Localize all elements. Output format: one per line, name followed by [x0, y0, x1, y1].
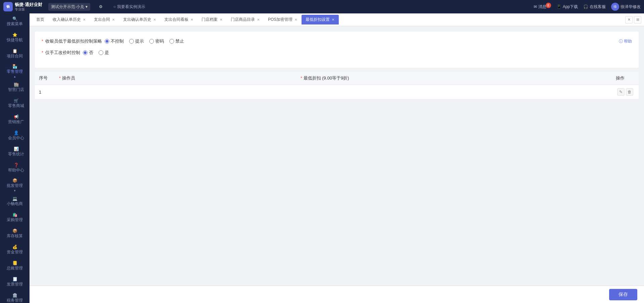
project-selector[interactable]: 测试分开示范·小兑 ▾ [48, 3, 90, 11]
manual-price-no-input[interactable] [83, 50, 88, 55]
marketing-icon: 📢 [14, 114, 19, 119]
tab-home[interactable]: 首页 [32, 15, 49, 24]
chevron-up-icon: ▲ [13, 75, 16, 78]
sidebar-item-quick-nav[interactable]: ⭐ 快捷导航 [0, 30, 30, 46]
tab-payment-board-close[interactable]: ✕ [191, 18, 193, 21]
customer-service-btn[interactable]: 🎧 在线客服 [583, 4, 606, 10]
policy-remind[interactable]: 提示 [129, 38, 144, 44]
tab-payment-board[interactable]: 支出合同看板 ✕ [160, 15, 198, 24]
help-link[interactable]: ⓘ 帮助 [619, 39, 632, 44]
manual-price-yes[interactable]: 是 [99, 50, 109, 56]
tab-payment-confirm-label: 支出确认单历史 [123, 17, 151, 22]
cell-discount[interactable] [297, 85, 612, 99]
policy-password-input[interactable] [149, 39, 154, 44]
sidebar-item-member-center[interactable]: 👤 会员中心 [0, 128, 30, 144]
project-dropdown-icon: ▾ [86, 4, 88, 9]
content-area: 首页 收入确认单历史 ✕ 支出合同 ✕ 支出确认单历史 ✕ 支出合同看板 ✕ 门… [30, 13, 644, 303]
tab-pos-password[interactable]: POS加密管理 ✕ [264, 15, 302, 24]
policy-forbid[interactable]: 禁止 [169, 38, 184, 44]
tab-more-btn[interactable]: ⊞ [634, 16, 641, 23]
sidebar-item-purchase-mgmt[interactable]: 🛍️ 采购管理 [0, 209, 30, 225]
tab-payment-confirm-close[interactable]: ✕ [153, 18, 156, 21]
tax-icon: 🏛️ [12, 293, 17, 298]
sidebar-label-wholesale-mgmt: 批发管理 [7, 183, 23, 189]
tab-income-confirm[interactable]: 收入确认单历史 ✕ [49, 15, 90, 24]
sidebar-item-capital-mgmt[interactable]: 💰 资金管理 [0, 242, 30, 258]
policy-forbid-input[interactable] [169, 39, 174, 44]
tab-income-confirm-close[interactable]: ✕ [83, 18, 86, 21]
sidebar-label-retail-mall: 零售商城 [8, 103, 24, 109]
messages-badge: 8 [546, 3, 551, 8]
customer-service-label: 在线客服 [590, 4, 606, 10]
sidebar-item-help-center[interactable]: ❓ 帮助中心 [0, 160, 30, 176]
edit-icon-btn[interactable]: ✎ [617, 88, 625, 96]
top-bar: 畅 畅捷·通好业财 专业版 测试分开示范·小兑 ▾ ⚙ ○ 我要看实例演示 ✉ … [0, 0, 644, 13]
tab-pos-password-close[interactable]: ✕ [294, 18, 297, 21]
sidebar-item-general-ledger[interactable]: 📒 总账管理 [0, 258, 30, 274]
sidebar-item-invoice-mgmt[interactable]: 🧾 发票管理 [0, 274, 30, 290]
ledger-icon: 📒 [12, 261, 17, 265]
sidebar-label-marketing: 营销推广 [8, 119, 24, 125]
tab-min-discount-close[interactable]: ✕ [332, 18, 334, 21]
sidebar-item-smart-store[interactable]: 🏬 智营门店 [0, 79, 30, 95]
tab-close-btn[interactable]: ✕ [625, 16, 633, 23]
sidebar-label-capital-mgmt: 资金管理 [7, 249, 23, 255]
edit-icon: ✎ [619, 90, 623, 94]
demo-link-text: 我要看实例演示 [117, 4, 145, 10]
logo-text-area: 畅捷·通好业财 专业版 [15, 2, 42, 11]
delete-icon-btn[interactable]: 🗑 [626, 88, 633, 96]
manual-price-no[interactable]: 否 [83, 50, 93, 56]
settings-btn[interactable]: ⚙ [96, 3, 105, 10]
tab-store-catalog-close[interactable]: ✕ [257, 18, 260, 21]
user-info[interactable]: 徐 徐泽华修改 [611, 3, 641, 11]
chevron-down-icon: ▼ [13, 189, 16, 192]
sidebar-item-ecommerce[interactable]: 💻 小畅电商 [0, 193, 30, 209]
tab-payment-confirm[interactable]: 支出确认单历史 ✕ [119, 15, 160, 24]
tab-store-catalog[interactable]: 门店商品目录 ✕ [227, 15, 264, 24]
user-name: 徐泽华修改 [621, 4, 641, 10]
tab-payment-contract[interactable]: 支出合同 ✕ [90, 15, 119, 24]
tab-store-catalog-label: 门店商品目录 [231, 17, 255, 22]
policy-no-control[interactable]: 不控制 [105, 38, 124, 44]
policy-remind-input[interactable] [129, 39, 134, 44]
demo-link[interactable]: ○ 我要看实例演示 [113, 4, 145, 10]
manual-price-yes-input[interactable] [99, 50, 103, 55]
messages-btn[interactable]: ✉ 消息 8 [534, 4, 551, 10]
tab-home-label: 首页 [36, 17, 44, 22]
top-bar-right: ✉ 消息 8 📱 App下载 🎧 在线客服 徐 徐泽华修改 [534, 3, 641, 11]
sidebar-item-tax-mgmt[interactable]: 🏛️ 税务管理 [0, 290, 30, 303]
sidebar-item-marketing[interactable]: 📢 营销推广 [0, 111, 30, 128]
policy-row: * 收银员低于最低折扣控制策略 不控制 提示 [42, 38, 632, 44]
logo-main: 畅捷·通好业财 [15, 2, 42, 7]
sidebar-item-retail-mgmt[interactable]: 🏪 零售管理 ▲ [0, 63, 30, 79]
tab-store-archive[interactable]: 门店档案 ✕ [198, 15, 227, 24]
table-row: 1 ✎ 🗑 [35, 85, 639, 99]
sidebar-item-project-contract[interactable]: 📋 项目合同 [0, 46, 30, 62]
top-bar-left: 畅 畅捷·通好业财 专业版 测试分开示范·小兑 ▾ ⚙ ○ 我要看实例演示 [3, 2, 145, 11]
cell-operator[interactable] [55, 85, 297, 99]
policy-remind-label: 提示 [135, 38, 144, 44]
tab-min-discount[interactable]: 最低折扣设置 ✕ [302, 15, 339, 24]
policy-no-control-input[interactable] [105, 39, 109, 44]
sidebar: 🔍 搜索菜单 ⭐ 快捷导航 📋 项目合同 🏪 零售管理 ▲ 🏬 智营门店 🛒 零… [0, 13, 30, 303]
sidebar-item-search[interactable]: 🔍 搜索菜单 [0, 13, 30, 30]
app-download-btn[interactable]: 📱 App下载 [556, 4, 578, 10]
logo-area: 畅 畅捷·通好业财 专业版 [3, 2, 42, 11]
tab-payment-contract-close[interactable]: ✕ [112, 18, 115, 21]
sidebar-label-tax-mgmt: 税务管理 [7, 298, 23, 303]
sidebar-label-quick-nav: 快捷导航 [7, 37, 23, 43]
sidebar-item-retail-stats[interactable]: 📊 零售统计 [0, 144, 30, 160]
project-name: 测试分开示范·小兑 [51, 4, 84, 10]
sidebar-item-inventory[interactable]: 📦 库存核算 [0, 225, 30, 242]
tab-pos-password-label: POS加密管理 [268, 17, 292, 22]
sidebar-label-project-contract: 项目合同 [7, 53, 23, 59]
sidebar-label-retail-mgmt: 零售管理 [7, 69, 23, 74]
save-button[interactable]: 保存 [609, 289, 637, 300]
sidebar-item-retail-mall[interactable]: 🛒 零售商城 [0, 95, 30, 111]
manual-price-required-star: * [42, 50, 43, 55]
sidebar-item-wholesale-mgmt[interactable]: 📦 批发管理 ▼ [0, 177, 30, 193]
store-icon: 🏬 [14, 82, 19, 87]
avatar: 徐 [611, 3, 619, 11]
policy-password[interactable]: 密码 [149, 38, 164, 44]
tab-store-archive-close[interactable]: ✕ [220, 18, 222, 21]
